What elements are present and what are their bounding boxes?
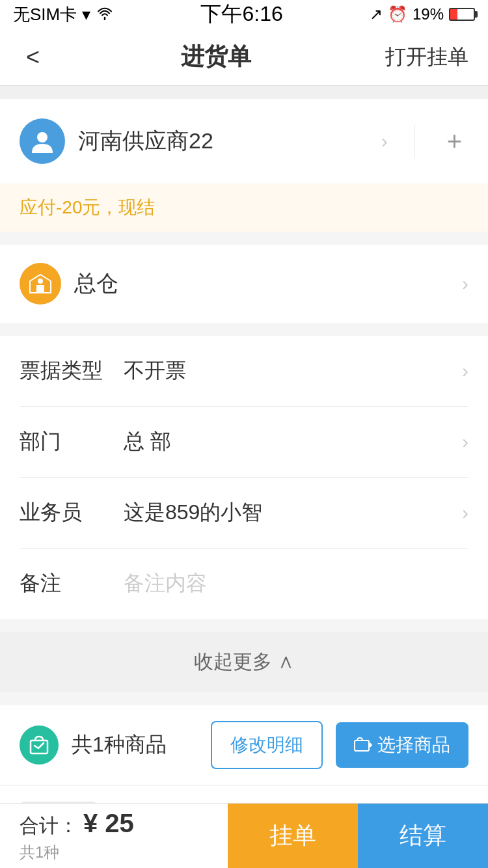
remark-row[interactable]: 备注 备注内容 <box>0 549 488 619</box>
total-label: 合计： <box>20 813 78 839</box>
supplier-chevron-icon: › <box>381 130 388 152</box>
supplier-avatar <box>20 118 65 164</box>
checkout-button[interactable]: 结算 <box>358 804 488 868</box>
invoice-type-label: 票据类型 <box>20 357 124 385</box>
wifi-icon: ▾ <box>82 5 90 25</box>
salesman-row[interactable]: 业务员 这是859的小智 › <box>0 478 488 548</box>
supplier-name: 河南供应商22 <box>78 126 368 156</box>
back-button[interactable]: < <box>20 37 46 77</box>
battery-icon <box>449 8 475 21</box>
open-hang-button[interactable]: 打开挂单 <box>385 43 468 72</box>
warehouse-icon <box>20 263 61 305</box>
product-count-label: 共1种商品 <box>72 731 198 759</box>
footer-total-main: 合计： ¥ 25 <box>20 809 208 839</box>
warehouse-section[interactable]: 总仓 › <box>0 245 488 323</box>
select-product-button[interactable]: 选择商品 <box>336 722 468 768</box>
svg-rect-1 <box>36 285 44 293</box>
hang-button[interactable]: 挂单 <box>228 804 358 868</box>
top-divider <box>0 86 488 99</box>
salesman-label: 业务员 <box>20 498 124 527</box>
collapse-button[interactable]: 收起更多 ∧ <box>0 632 488 692</box>
battery-percent: 19% <box>413 5 444 23</box>
status-left: 无SIM卡 ▾ <box>13 3 114 26</box>
notice-bar: 应付-20元，现结 <box>0 183 488 232</box>
footer-total-sub: 共1种 <box>20 842 208 863</box>
footer: 合计： ¥ 25 共1种 挂单 结算 <box>0 803 488 868</box>
remark-placeholder: 备注内容 <box>124 569 468 598</box>
carrier-label: 无SIM卡 <box>13 3 77 26</box>
footer-total: 合计： ¥ 25 共1种 <box>0 809 228 863</box>
alarm-icon: ⏰ <box>388 5 407 23</box>
svg-point-2 <box>38 278 43 284</box>
product-header: 共1种商品 修改明细 选择商品 <box>0 705 488 785</box>
status-right: ↗ ⏰ 19% <box>370 5 475 23</box>
wifi-signal <box>96 5 114 25</box>
salesman-value: 这是859的小智 <box>124 498 462 527</box>
add-supplier-button[interactable]: + <box>441 127 468 156</box>
location-icon: ↗ <box>370 5 383 23</box>
nav-bar: < 进货单 打开挂单 <box>0 29 488 86</box>
svg-rect-4 <box>355 740 369 751</box>
department-row[interactable]: 部门 总 部 › <box>0 407 488 477</box>
product-icon <box>20 726 59 765</box>
page-title: 进货单 <box>181 41 251 73</box>
warehouse-chevron-icon: › <box>462 273 468 295</box>
remark-label: 备注 <box>20 569 124 598</box>
department-label: 部门 <box>20 427 124 456</box>
supplier-divider <box>414 125 414 157</box>
invoice-chevron-icon: › <box>462 360 468 382</box>
svg-point-0 <box>37 132 47 142</box>
status-time: 下午6:16 <box>200 0 282 29</box>
notice-text: 应付-20元，现结 <box>20 197 155 217</box>
total-amount: ¥ 25 <box>83 809 134 838</box>
status-bar: 无SIM卡 ▾ 下午6:16 ↗ ⏰ 19% <box>0 0 488 29</box>
select-product-label: 选择商品 <box>377 733 450 757</box>
edit-detail-button[interactable]: 修改明细 <box>211 721 323 769</box>
form-section: 票据类型 不开票 › 部门 总 部 › 业务员 这是859的小智 › 备注 备注… <box>0 336 488 619</box>
collapse-label: 收起更多 ∧ <box>194 651 293 672</box>
department-chevron-icon: › <box>462 431 468 453</box>
supplier-section[interactable]: 河南供应商22 › + <box>0 99 488 183</box>
invoice-type-row[interactable]: 票据类型 不开票 › <box>0 336 488 406</box>
salesman-chevron-icon: › <box>462 502 468 524</box>
department-value: 总 部 <box>124 427 462 456</box>
warehouse-name: 总仓 <box>74 269 449 299</box>
invoice-type-value: 不开票 <box>124 357 462 385</box>
